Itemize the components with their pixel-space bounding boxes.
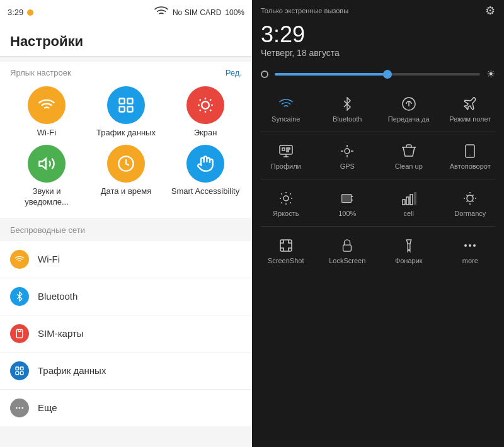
cell-icon <box>401 188 416 208</box>
shortcut-smart[interactable]: Smart Accessibility <box>169 145 242 208</box>
list-sim-icon <box>10 324 29 343</box>
svg-rect-55 <box>414 192 416 205</box>
svg-rect-2 <box>120 106 125 111</box>
list-traffic-icon <box>10 361 29 380</box>
shortcut-traffic[interactable]: Трафик данных <box>89 86 163 139</box>
divider-2 <box>261 179 495 179</box>
quick-bluetooth[interactable]: Bluetooth <box>318 89 378 128</box>
dormancy-icon <box>462 188 478 208</box>
bluetooth-icon <box>340 94 354 114</box>
svg-rect-18 <box>16 371 19 375</box>
list-sim-label: SIM-карты <box>38 328 84 339</box>
svg-point-20 <box>16 407 18 409</box>
shortcuts-edit-button[interactable]: Ред. <box>226 68 242 77</box>
svg-line-12 <box>210 99 211 101</box>
list-more-icon <box>10 399 29 417</box>
transfer-icon <box>401 94 416 114</box>
quick-row-3: Яркость 100% cel <box>252 181 504 225</box>
shortcut-screen[interactable]: Экран <box>169 86 242 139</box>
svg-rect-27 <box>287 148 290 149</box>
brightness-slider[interactable] <box>275 73 480 76</box>
gps-icon <box>340 141 355 161</box>
network-section-label: Беспроводные сети <box>0 218 252 239</box>
gear-icon[interactable]: ⚙ <box>485 4 495 18</box>
svg-rect-0 <box>120 99 125 104</box>
status-bar: 3:29 No SIM CARD 100% <box>0 0 252 25</box>
transfer-label: Передача да <box>388 115 430 123</box>
shortcut-wifi[interactable]: Wi-Fi <box>10 86 83 139</box>
list-bluetooth-label: Bluetooth <box>38 291 77 302</box>
datetime-shortcut-icon <box>107 145 145 183</box>
cleanup-icon <box>401 141 416 161</box>
settings-panel: 3:29 No SIM CARD 100% Настройки Ярлык на… <box>0 0 252 447</box>
svg-line-10 <box>210 110 211 111</box>
svg-point-39 <box>284 196 289 201</box>
list-item-bluetooth[interactable]: Bluetooth <box>0 278 252 315</box>
lockscreen-label: LockScreen <box>329 257 365 264</box>
shortcut-datetime[interactable]: Дата и время <box>89 145 163 208</box>
status-right-icons: No SIM CARD 100% <box>154 4 244 21</box>
svg-rect-17 <box>20 367 23 370</box>
notification-panel: Только экстренные вызовы ⚙ 3:29 Четверг,… <box>252 0 504 447</box>
screenshot-label: ScreenShot <box>268 257 304 264</box>
list-item-traffic[interactable]: Трафик данных <box>0 353 252 390</box>
brightness2-icon <box>278 188 294 208</box>
quick-battery[interactable]: 100% <box>318 183 378 222</box>
quick-flashlight[interactable]: Фонарик <box>379 230 439 269</box>
emergency-text: Только экстренные вызовы <box>261 7 348 14</box>
page-title: Настройки <box>10 33 242 50</box>
svg-rect-19 <box>20 371 23 375</box>
clock-area: 3:29 Четверг, 18 августа <box>252 19 504 64</box>
quick-row-2: Профили GPS Clea <box>252 133 504 178</box>
smart-shortcut-icon <box>186 145 224 183</box>
svg-line-46 <box>281 202 282 203</box>
svg-line-45 <box>290 202 290 203</box>
svg-rect-3 <box>127 106 132 111</box>
quick-screenshot[interactable]: ScreenShot <box>256 230 316 269</box>
more-label: more <box>462 257 478 264</box>
more-icon <box>462 235 478 256</box>
status-time: 3:29 <box>8 8 23 17</box>
quick-transfer[interactable]: Передача да <box>379 89 439 128</box>
syncaine-label: Syncaine <box>272 115 300 123</box>
screen-shortcut-icon <box>186 86 224 124</box>
svg-rect-37 <box>466 145 474 157</box>
svg-rect-16 <box>16 367 19 370</box>
sound-shortcut-label: Звуки и уведомле... <box>10 186 83 208</box>
quick-dormancy[interactable]: Dormancy <box>440 183 501 222</box>
list-wifi-label: Wi-Fi <box>38 254 60 264</box>
brightness-max-icon: ☀ <box>486 68 495 80</box>
quick-autorotate[interactable]: Автоповорот <box>440 136 501 175</box>
svg-line-11 <box>200 110 201 111</box>
gps-label: GPS <box>340 162 355 170</box>
quick-profiles[interactable]: Профили <box>256 136 316 175</box>
traffic-shortcut-icon <box>107 86 145 124</box>
svg-rect-25 <box>280 145 292 154</box>
quick-cell[interactable]: cell <box>379 183 439 222</box>
dormancy-label: Dormancy <box>454 210 486 217</box>
quick-brightness2[interactable]: Яркость <box>256 183 316 222</box>
quick-cleanup[interactable]: Clean up <box>379 136 439 175</box>
svg-point-22 <box>21 407 23 409</box>
notification-bar: Только экстренные вызовы ⚙ <box>252 0 504 19</box>
quick-airplane[interactable]: Режим полет <box>440 89 501 128</box>
svg-point-4 <box>202 101 209 109</box>
list-item-more[interactable]: Еще <box>0 390 252 426</box>
list-item-sim[interactable]: SIM-карты <box>0 315 252 353</box>
profiles-label: Профили <box>271 162 301 170</box>
quick-gps[interactable]: GPS <box>318 136 378 175</box>
quick-lockscreen[interactable]: LockScreen <box>318 230 378 269</box>
syncaine-icon <box>278 94 294 114</box>
airplane-label: Режим полет <box>449 115 491 123</box>
svg-rect-1 <box>127 99 132 104</box>
quick-syncaine[interactable]: Syncaine <box>256 89 316 128</box>
wifi-shortcut-label: Wi-Fi <box>37 128 56 139</box>
screenshot-icon <box>278 235 294 256</box>
svg-point-59 <box>464 244 467 247</box>
svg-rect-26 <box>282 148 285 150</box>
quick-more[interactable]: more <box>440 230 501 269</box>
cell-label: cell <box>403 210 414 217</box>
shortcut-sound[interactable]: Звуки и уведомле... <box>10 145 83 208</box>
list-item-wifi[interactable]: Wi-Fi <box>0 241 252 278</box>
cleanup-label: Clean up <box>395 162 423 170</box>
